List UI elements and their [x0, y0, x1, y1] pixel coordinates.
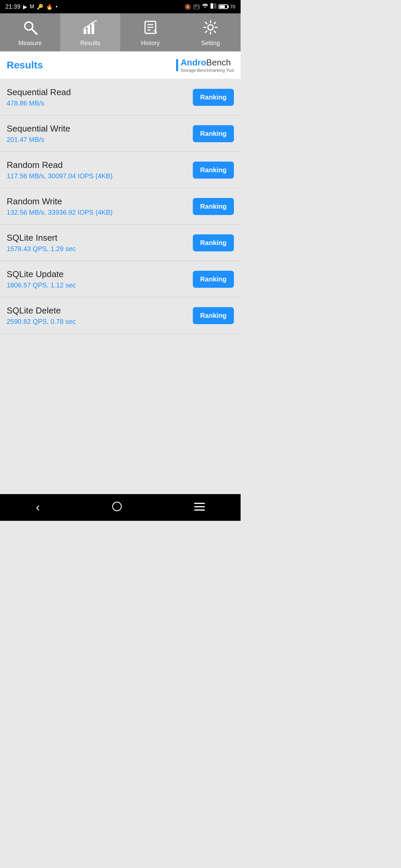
brand-logo: AndroBench Storage Benchmarking Tool: [176, 57, 234, 73]
result-random-read: Random Read 117.56 MB/s, 30097.04 IOPS (…: [0, 152, 240, 188]
brand-accent: [176, 59, 178, 71]
ranking-btn-sqlite-delete[interactable]: Ranking: [193, 307, 234, 324]
svg-point-15: [113, 502, 121, 511]
ranking-btn-sqlite-insert[interactable]: Ranking: [193, 235, 234, 251]
svg-point-14: [208, 25, 213, 30]
svg-rect-4: [84, 29, 86, 34]
tab-setting[interactable]: Setting: [180, 13, 240, 52]
svg-rect-5: [88, 26, 90, 34]
home-button[interactable]: [102, 498, 132, 518]
results-icon: [82, 19, 98, 37]
tab-history[interactable]: History: [120, 13, 180, 52]
result-info-sqlite-insert: SQLite Insert 1578.43 QPS, 1.29 sec: [7, 233, 193, 253]
result-sqlite-insert: SQLite Insert 1578.43 QPS, 1.29 sec Rank…: [0, 225, 240, 261]
tab-measure-label: Measure: [18, 40, 42, 47]
result-value-sqlite-delete: 2590.82 QPS, 0.78 sec: [7, 318, 193, 326]
result-info-random-write: Random Write 132.56 MB/s, 33936.92 IOPS …: [7, 196, 193, 216]
wifi-icon: [202, 3, 208, 10]
result-name-random-read: Random Read: [7, 160, 193, 170]
svg-rect-18: [194, 509, 205, 511]
ranking-btn-random-write[interactable]: Ranking: [193, 198, 234, 215]
menu-button[interactable]: [184, 498, 215, 517]
result-value-random-write: 132.56 MB/s, 33936.92 IOPS (4KB): [7, 209, 193, 216]
brand-subtitle: Storage Benchmarking Tool: [181, 68, 234, 73]
result-name-sqlite-update: SQLite Update: [7, 269, 193, 279]
svg-line-3: [32, 29, 37, 34]
result-value-sequential-read: 478.86 MB/s: [7, 99, 193, 107]
result-info-sqlite-delete: SQLite Delete 2590.82 QPS, 0.78 sec: [7, 306, 193, 326]
tab-results[interactable]: Results: [60, 13, 120, 52]
nav-tabs: Measure Results History: [0, 13, 240, 52]
result-info-sequential-read: Sequential Read 478.86 MB/s: [7, 87, 193, 107]
bottom-nav: ‹: [0, 494, 240, 521]
notification-icon: 🔥: [46, 4, 53, 10]
result-sqlite-delete: SQLite Delete 2590.82 QPS, 0.78 sec Rank…: [0, 298, 240, 334]
ranking-btn-random-read[interactable]: Ranking: [193, 162, 234, 179]
page-title: Results: [7, 59, 43, 71]
result-name-sqlite-insert: SQLite Insert: [7, 233, 193, 243]
status-left: 21:39 ▶ M 🔑 🔥 •: [5, 3, 57, 10]
svg-rect-0: [210, 3, 213, 9]
back-button[interactable]: ‹: [26, 497, 50, 518]
result-name-sqlite-delete: SQLite Delete: [7, 306, 193, 316]
tab-setting-label: Setting: [201, 40, 220, 47]
result-info-sequential-write: Sequential Write 201.47 MB/s: [7, 124, 193, 144]
ranking-btn-sqlite-update[interactable]: Ranking: [193, 271, 234, 288]
vibrate-icon: 📳: [193, 4, 200, 10]
page-header: Results AndroBench Storage Benchmarking …: [0, 52, 240, 79]
gmail-icon: M: [30, 4, 34, 10]
result-name-random-write: Random Write: [7, 196, 193, 207]
result-sequential-write: Sequential Write 201.47 MB/s Ranking: [0, 116, 240, 152]
result-sqlite-update: SQLite Update 1806.57 QPS, 1.12 sec Rank…: [0, 261, 240, 298]
tab-results-label: Results: [80, 40, 100, 47]
mute-icon: 🔕: [184, 4, 191, 10]
result-info-random-read: Random Read 117.56 MB/s, 30097.04 IOPS (…: [7, 160, 193, 180]
key-icon: 🔑: [37, 4, 44, 10]
svg-rect-17: [194, 506, 205, 507]
ranking-btn-sequential-read[interactable]: Ranking: [193, 89, 234, 106]
result-value-sqlite-insert: 1578.43 QPS, 1.29 sec: [7, 245, 193, 253]
result-info-sqlite-update: SQLite Update 1806.57 QPS, 1.12 sec: [7, 269, 193, 289]
setting-icon: [202, 19, 219, 37]
dot-icon: •: [55, 4, 57, 10]
result-value-sequential-write: 201.47 MB/s: [7, 136, 193, 144]
battery-icon: [219, 4, 228, 9]
tab-measure[interactable]: Measure: [0, 13, 60, 52]
ranking-btn-sequential-write[interactable]: Ranking: [193, 125, 234, 142]
svg-rect-1: [214, 3, 217, 9]
signal-block1: [210, 3, 217, 10]
result-value-sqlite-update: 1806.57 QPS, 1.12 sec: [7, 281, 193, 289]
result-name-sequential-read: Sequential Read: [7, 87, 193, 97]
time-display: 21:39: [5, 3, 20, 10]
status-bar: 21:39 ▶ M 🔑 🔥 • 🔕 📳 70: [0, 0, 240, 13]
youtube-icon: ▶: [23, 4, 27, 10]
brand-name: AndroBench: [181, 57, 231, 67]
results-list: Sequential Read 478.86 MB/s Ranking Sequ…: [0, 79, 240, 494]
result-value-random-read: 117.56 MB/s, 30097.04 IOPS (4KB): [7, 172, 193, 180]
result-name-sequential-write: Sequential Write: [7, 124, 193, 134]
result-random-write: Random Write 132.56 MB/s, 33936.92 IOPS …: [0, 188, 240, 225]
brand-info: AndroBench Storage Benchmarking Tool: [181, 57, 234, 73]
history-icon: [142, 19, 159, 37]
svg-rect-6: [91, 23, 94, 34]
result-sequential-read: Sequential Read 478.86 MB/s Ranking: [0, 79, 240, 116]
battery-level: 70: [230, 4, 235, 9]
svg-rect-16: [194, 503, 205, 504]
status-right: 🔕 📳 70: [184, 3, 235, 10]
measure-icon: [22, 19, 38, 37]
tab-history-label: History: [141, 40, 160, 47]
